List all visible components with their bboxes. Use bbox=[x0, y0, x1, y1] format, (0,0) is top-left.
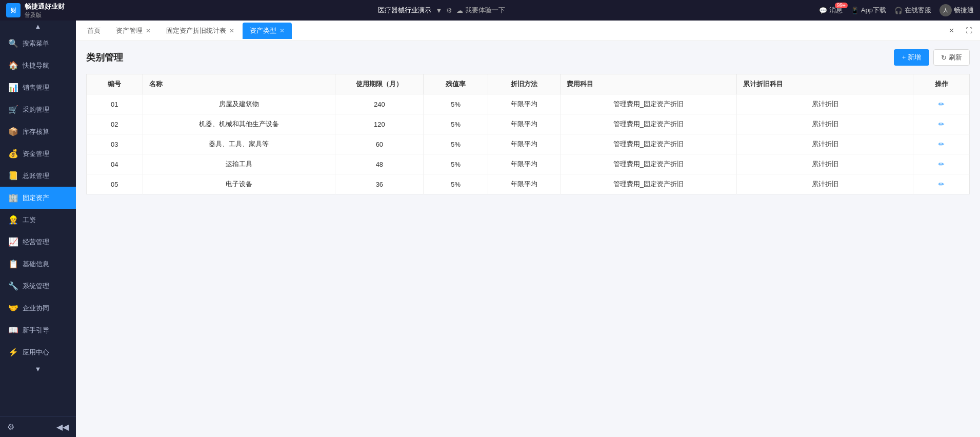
cell-name: 运输工具 bbox=[143, 154, 335, 174]
sidebar-item-payroll[interactable]: 👷 工资 bbox=[0, 209, 76, 231]
table-header: 编号 名称 使用期限（月） 残值率 折旧方法 费用科目 累计折旧科目 操作 bbox=[87, 74, 970, 94]
sidebar-item-label: 经营管理 bbox=[23, 237, 49, 247]
tab-home[interactable]: 首页 bbox=[80, 23, 108, 39]
sidebar-item-search[interactable]: 🔍 搜索菜单 bbox=[0, 32, 76, 54]
cell-action[interactable]: ✏ bbox=[913, 114, 970, 134]
collapse-icon[interactable]: ◀◀ bbox=[56, 422, 69, 432]
cell-method: 年限平均 bbox=[488, 94, 560, 114]
gear-icon[interactable]: ⚙ bbox=[446, 7, 452, 14]
close-window-btn[interactable]: ✕ bbox=[944, 24, 958, 38]
sidebar-item-system[interactable]: 🔧 系统管理 bbox=[0, 275, 76, 297]
col-header-name: 名称 bbox=[143, 74, 335, 94]
tab-actions: ✕ ⛶ bbox=[944, 24, 976, 38]
sidebar-item-guide[interactable]: 📖 新手引导 bbox=[0, 319, 76, 341]
tab-home-label: 首页 bbox=[87, 26, 101, 35]
sidebar-scroll-up[interactable]: ▲ bbox=[0, 21, 76, 32]
dropdown-icon[interactable]: ▼ bbox=[435, 7, 442, 14]
sidebar-item-label: 工资 bbox=[23, 215, 36, 225]
sidebar-item-label: 采购管理 bbox=[23, 105, 49, 114]
cell-id: 03 bbox=[87, 134, 143, 154]
col-header-action: 操作 bbox=[913, 74, 970, 94]
table-header-row: 编号 名称 使用期限（月） 残值率 折旧方法 费用科目 累计折旧科目 操作 bbox=[87, 74, 970, 94]
sidebar-item-general-ledger[interactable]: 📒 总账管理 bbox=[0, 165, 76, 187]
bell-icon: 💬 bbox=[819, 7, 827, 14]
cell-residual: 5% bbox=[424, 154, 488, 174]
notification-btn[interactable]: 💬 消息 99+ bbox=[819, 6, 843, 15]
sidebar-item-app-center[interactable]: ⚡ 应用中心 bbox=[0, 341, 76, 363]
sidebar-bottom: ⚙ ◀◀ bbox=[0, 416, 76, 437]
sidebar-item-label: 快捷导航 bbox=[23, 61, 49, 70]
user-btn[interactable]: 人 畅捷通 bbox=[939, 4, 974, 16]
edit-icon[interactable]: ✏ bbox=[938, 180, 945, 188]
col-header-months: 使用期限（月） bbox=[335, 74, 424, 94]
app-center-icon: ⚡ bbox=[8, 347, 17, 357]
cell-expense: 管理费用_固定资产折旧 bbox=[560, 94, 736, 114]
settings-icon[interactable]: ⚙ bbox=[7, 422, 14, 432]
edit-icon[interactable]: ✏ bbox=[938, 120, 945, 128]
search-icon: 🔍 bbox=[8, 38, 17, 48]
tab-depreciation-table[interactable]: 固定资产折旧统计表 ✕ bbox=[159, 23, 242, 39]
cell-action[interactable]: ✏ bbox=[913, 134, 970, 154]
col-header-expense: 费用科目 bbox=[560, 74, 736, 94]
cell-method: 年限平均 bbox=[488, 174, 560, 194]
content-area: 首页 资产管理 ✕ 固定资产折旧统计表 ✕ 资产类型 ✕ ✕ ⛶ 类 bbox=[76, 21, 980, 437]
sidebar-item-inventory[interactable]: 📦 库存核算 bbox=[0, 121, 76, 143]
close-asset-type-tab[interactable]: ✕ bbox=[279, 27, 285, 34]
close-asset-mgmt-tab[interactable]: ✕ bbox=[146, 27, 151, 34]
topbar-right: 💬 消息 99+ 📱 App下载 🎧 在线客服 人 畅捷通 bbox=[819, 4, 974, 16]
sidebar-item-sales[interactable]: 📊 销售管理 bbox=[0, 76, 76, 98]
sidebar-item-quick-nav[interactable]: 🏠 快捷导航 bbox=[0, 54, 76, 76]
cell-accum: 累计折旧 bbox=[736, 94, 913, 114]
cell-residual: 5% bbox=[424, 134, 488, 154]
app-download-btn[interactable]: 📱 App下载 bbox=[851, 6, 886, 15]
cell-name: 电子设备 bbox=[143, 174, 335, 194]
edit-icon[interactable]: ✏ bbox=[938, 140, 945, 148]
cell-months: 60 bbox=[335, 134, 424, 154]
tab-asset-mgmt-label: 资产管理 bbox=[116, 26, 143, 35]
sidebar-item-business[interactable]: 📈 经营管理 bbox=[0, 231, 76, 253]
sidebar-item-label: 企业协同 bbox=[23, 304, 49, 313]
cell-method: 年限平均 bbox=[488, 154, 560, 174]
tab-asset-mgmt[interactable]: 资产管理 ✕ bbox=[109, 23, 158, 39]
customer-service-btn[interactable]: 🎧 在线客服 bbox=[894, 6, 931, 15]
home-icon: 🏠 bbox=[8, 61, 17, 70]
edit-icon[interactable]: ✏ bbox=[938, 160, 945, 168]
edit-icon[interactable]: ✏ bbox=[938, 100, 945, 108]
tab-asset-type-label: 资产类型 bbox=[250, 26, 276, 35]
phone-icon: 📱 bbox=[851, 7, 859, 14]
cell-id: 01 bbox=[87, 94, 143, 114]
cell-expense: 管理费用_固定资产折旧 bbox=[560, 134, 736, 154]
brand-sub: 普及版 bbox=[25, 11, 65, 19]
refresh-button[interactable]: ↻ 刷新 bbox=[933, 49, 970, 66]
cell-action[interactable]: ✏ bbox=[913, 154, 970, 174]
sidebar-item-label: 系统管理 bbox=[23, 282, 49, 291]
sidebar-item-fund[interactable]: 💰 资金管理 bbox=[0, 143, 76, 165]
sidebar: ▲ 🔍 搜索菜单 🏠 快捷导航 📊 销售管理 🛒 采购管理 📦 库存核算 💰 资… bbox=[0, 21, 76, 437]
cell-action[interactable]: ✏ bbox=[913, 174, 970, 194]
table-row: 04 运输工具 48 5% 年限平均 管理费用_固定资产折旧 累计折旧 ✏ bbox=[87, 154, 970, 174]
sidebar-item-label: 总账管理 bbox=[23, 171, 49, 181]
cell-accum: 累计折旧 bbox=[736, 154, 913, 174]
cell-id: 02 bbox=[87, 114, 143, 134]
page-header: 类别管理 + 新增 ↻ 刷新 bbox=[86, 49, 970, 66]
cell-expense: 管理费用_固定资产折旧 bbox=[560, 154, 736, 174]
cell-name: 房屋及建筑物 bbox=[143, 94, 335, 114]
sidebar-item-fixed-assets[interactable]: 🏢 固定资产 bbox=[0, 187, 76, 209]
cell-action[interactable]: ✏ bbox=[913, 94, 970, 114]
sidebar-item-label: 搜索菜单 bbox=[23, 39, 49, 48]
sidebar-scroll-down[interactable]: ▼ bbox=[0, 363, 76, 375]
sidebar-item-basic-info[interactable]: 📋 基础信息 bbox=[0, 253, 76, 275]
trial-button[interactable]: ☁ 我要体验一下 bbox=[456, 6, 505, 15]
sidebar-item-purchase[interactable]: 🛒 采购管理 bbox=[0, 98, 76, 121]
tab-asset-type[interactable]: 资产类型 ✕ bbox=[243, 23, 292, 39]
sidebar-item-label: 固定资产 bbox=[23, 193, 49, 203]
cell-months: 48 bbox=[335, 154, 424, 174]
sidebar-item-label: 应用中心 bbox=[23, 348, 49, 357]
cloud-icon: ☁ bbox=[456, 7, 463, 14]
notification-count: 99+ bbox=[835, 3, 848, 8]
cell-expense: 管理费用_固定资产折旧 bbox=[560, 114, 736, 134]
sidebar-item-enterprise[interactable]: 🤝 企业协同 bbox=[0, 297, 76, 319]
close-depreciation-tab[interactable]: ✕ bbox=[229, 27, 234, 34]
new-button[interactable]: + 新增 bbox=[894, 49, 929, 66]
maximize-btn[interactable]: ⛶ bbox=[962, 24, 976, 38]
